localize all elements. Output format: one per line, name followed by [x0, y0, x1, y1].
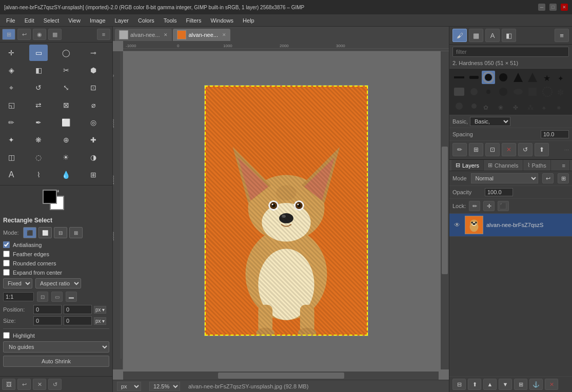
position-x-input[interactable]	[33, 305, 62, 314]
tool-fuzzy-select[interactable]: ◈	[2, 62, 21, 78]
tab-close-1[interactable]: ✕	[222, 32, 226, 37]
tool-rotate[interactable]: ↺	[29, 79, 48, 96]
brush-cell-16[interactable]	[452, 99, 466, 113]
tool-eyedrop[interactable]: 💧	[57, 167, 75, 183]
delete-layer-btn[interactable]: ✕	[545, 379, 558, 390]
tool-scale[interactable]: ⤡	[57, 79, 75, 96]
menu-view[interactable]: View	[64, 16, 85, 25]
brush-cell-4[interactable]	[511, 71, 525, 84]
new-layer-group-btn[interactable]: ⊟	[452, 379, 466, 390]
gradient-tab-icon[interactable]: ◧	[502, 29, 516, 42]
position-y-input[interactable]	[64, 305, 92, 314]
tab-close-0[interactable]: ✕	[164, 32, 168, 37]
image-tab-1[interactable]: alvan-nee... ✕	[173, 29, 230, 41]
position-unit-select[interactable]: px ▾	[94, 306, 106, 314]
brush-cell-8[interactable]	[452, 85, 466, 98]
layer-mode-extra-btn[interactable]: ⊞	[558, 173, 569, 183]
hscroll-thumb[interactable]	[218, 373, 344, 379]
opacity-input[interactable]	[485, 188, 513, 196]
brush-cell-6[interactable]: ★	[541, 71, 554, 84]
brush-cell-18[interactable]: ✿	[482, 99, 495, 113]
maximize-button[interactable]: □	[549, 4, 557, 11]
unit-dropdown[interactable]: px mm in	[117, 382, 141, 391]
brush-cell-21[interactable]: ⁂	[526, 99, 539, 113]
tool-align[interactable]: ⊠	[57, 97, 75, 113]
menu-layer[interactable]: Layer	[111, 16, 133, 25]
layer-visibility-toggle[interactable]: 👁	[452, 220, 462, 230]
brush-cell-12[interactable]	[511, 85, 525, 98]
tool-presets-tab[interactable]: ▦	[48, 29, 62, 40]
layer-item-0[interactable]: 👁 alvan-nee-brFsZ7qszS	[449, 214, 572, 237]
zoom-dropdown[interactable]: 12.5% 25% 50% 100%	[149, 382, 180, 391]
size-w-input[interactable]	[33, 316, 62, 325]
vscroll-thumb[interactable]	[442, 147, 448, 274]
expand-center-checkbox[interactable]	[3, 269, 10, 276]
ratio-landscape-btn[interactable]: ▬	[66, 292, 77, 302]
panel-menu-button[interactable]: ≡	[97, 29, 110, 40]
canvas-vscroll[interactable]	[441, 51, 449, 369]
toolbox-tab[interactable]: ⊞	[2, 29, 15, 40]
delete-icon[interactable]: ✕	[33, 379, 46, 390]
tool-airbrush[interactable]: ◎	[84, 114, 103, 131]
tool-perspective[interactable]: ◱	[2, 97, 21, 113]
preset-dropdown[interactable]: Basic, Advanced	[470, 117, 510, 126]
history-tab[interactable]: ↩	[17, 29, 31, 40]
menu-help[interactable]: Help	[239, 16, 259, 25]
mode-replace-btn[interactable]: ⬛	[23, 227, 36, 238]
brush-cell-0[interactable]	[452, 71, 466, 84]
tool-scissors[interactable]: ✂	[57, 62, 75, 78]
menu-select[interactable]: Select	[40, 16, 64, 25]
brush-export-icon[interactable]: ⬆	[535, 143, 549, 156]
brush-cell-23[interactable]: ✺	[555, 99, 568, 113]
menu-colors[interactable]: Colors	[134, 16, 159, 25]
lock-position-btn[interactable]: ✛	[483, 201, 495, 211]
brush-cell-13[interactable]	[526, 85, 539, 98]
brush-cell-3[interactable]	[497, 71, 510, 84]
tool-paint[interactable]: ✏	[2, 114, 21, 131]
tool-foreground-select[interactable]: ⬢	[84, 62, 103, 78]
menu-edit[interactable]: Edit	[21, 16, 38, 25]
brush-cell-14[interactable]	[541, 85, 554, 98]
close-button[interactable]: ✕	[561, 4, 568, 11]
antialiasing-checkbox[interactable]	[3, 241, 10, 248]
brush-delete-icon[interactable]: ✕	[502, 143, 516, 156]
tool-flip[interactable]: ⇄	[29, 97, 48, 113]
panel-configure-icon[interactable]: ≡	[555, 29, 569, 42]
brush-cell-20[interactable]: ✤	[511, 99, 525, 113]
layer-mode-reset-btn[interactable]: ↩	[542, 173, 554, 183]
brush-cell-7[interactable]: ✦	[555, 71, 568, 84]
foreground-color-swatch[interactable]	[43, 190, 57, 204]
tool-smudge[interactable]: ◑	[84, 149, 103, 166]
mode-add-btn[interactable]: ⬜	[38, 227, 52, 238]
layer-mode-dropdown[interactable]: Normal Multiply Screen Overlay	[471, 173, 538, 183]
brush-cell-5[interactable]	[526, 71, 539, 84]
lock-pixels-btn[interactable]: ✏	[469, 201, 480, 211]
tool-blur[interactable]: ◌	[29, 149, 48, 166]
tool-dodge[interactable]: ☀	[57, 149, 75, 166]
tool-select-by-color[interactable]: ◧	[29, 62, 48, 78]
undo-icon[interactable]: ↩	[17, 379, 31, 390]
tab-layers[interactable]: ⊟ Layers	[451, 160, 484, 171]
tool-crop[interactable]: ⌖	[2, 79, 21, 96]
brush-cell-22[interactable]: ♣	[541, 99, 554, 113]
lock-alpha-btn[interactable]: ⬛	[498, 201, 509, 211]
ratio-reset-btn[interactable]: ⊡	[37, 292, 48, 302]
brush-cell-17[interactable]	[467, 99, 481, 113]
feather-edges-checkbox[interactable]	[3, 251, 10, 257]
tool-free-select[interactable]: ⊸	[84, 45, 103, 61]
status-unit[interactable]: px mm in	[117, 382, 141, 391]
menu-image[interactable]: Image	[86, 16, 110, 25]
font-tab-icon[interactable]: A	[485, 29, 500, 42]
canvas-content[interactable]	[123, 51, 449, 369]
raise-layer-btn[interactable]: ▲	[483, 379, 497, 390]
image-tab-0[interactable]: alvan-nee... ✕	[115, 29, 172, 41]
brush-copy-icon[interactable]: ⊞	[469, 143, 483, 156]
rounded-corners-checkbox[interactable]	[3, 260, 10, 266]
ratio-portrait-btn[interactable]: ▭	[51, 292, 63, 302]
tab-channels[interactable]: ⊞ Channels	[484, 160, 523, 171]
aspect-ratio-dropdown[interactable]: Aspect ratio Width Height Size	[35, 278, 81, 288]
canvas-hscroll[interactable]	[123, 372, 439, 380]
minimize-button[interactable]: ─	[538, 4, 545, 11]
brush-refresh-icon[interactable]: ↺	[518, 143, 532, 156]
fixed-dropdown[interactable]: Fixed Free	[3, 278, 32, 288]
